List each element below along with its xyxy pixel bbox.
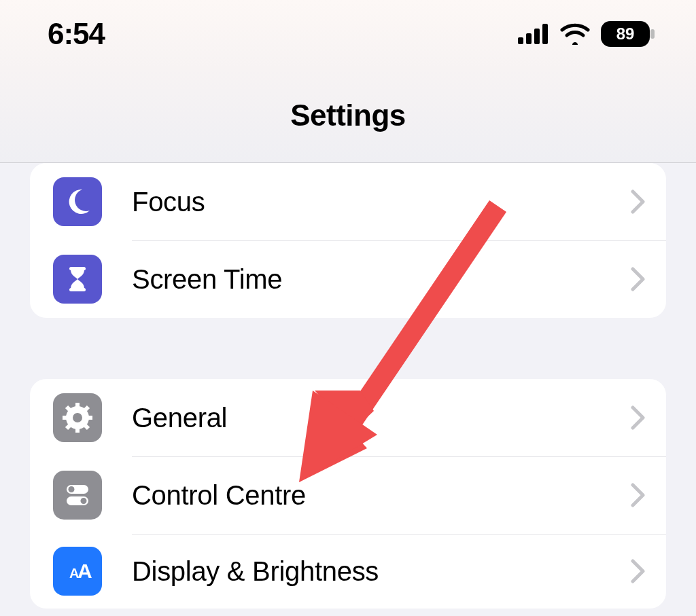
svg-point-10 [73,413,82,422]
chevron-right-icon [631,405,646,430]
settings-row-screen-time[interactable]: Screen Time [30,240,666,318]
cellular-icon [518,24,549,44]
settings-row-label: Display & Brightness [132,556,631,587]
chevron-right-icon [631,267,646,291]
svg-rect-3 [542,24,548,44]
chevron-right-icon [631,559,646,583]
settings-group: Focus Screen Time [30,163,666,318]
settings-list: Focus Screen Time [0,163,696,609]
svg-line-15 [67,407,71,411]
settings-group: General Control Centre A A [30,379,666,609]
svg-text:A: A [77,560,92,582]
settings-row-control-centre[interactable]: Control Centre [30,456,666,534]
settings-row-general[interactable]: General [30,379,666,456]
svg-rect-8 [69,288,86,291]
wifi-icon [560,23,590,45]
page-title: Settings [290,98,406,132]
svg-point-20 [69,486,75,492]
settings-row-label: Focus [132,187,631,217]
status-time: 6:54 [48,17,105,51]
svg-line-17 [84,407,88,411]
settings-row-label: Screen Time [132,264,631,295]
battery-icon: 89 [601,21,655,47]
settings-row-display-brightness[interactable]: A A Display & Brightness [30,534,666,609]
gear-icon [53,393,102,442]
settings-row-label: Control Centre [132,480,631,511]
svg-line-18 [67,424,71,429]
svg-line-16 [84,424,88,429]
svg-rect-0 [518,37,523,44]
svg-point-22 [81,498,87,504]
svg-rect-5 [650,29,655,39]
status-indicators: 89 [518,21,655,47]
toggles-icon [53,471,102,520]
svg-rect-1 [526,33,532,44]
moon-icon [53,177,102,226]
text-size-icon: A A [53,547,102,596]
chevron-right-icon [631,483,646,507]
chevron-right-icon [631,189,646,214]
svg-rect-2 [534,29,540,44]
hourglass-icon [53,255,102,304]
settings-row-focus[interactable]: Focus [30,163,666,240]
status-bar: 6:54 89 [0,0,696,68]
settings-row-label: General [132,403,631,433]
svg-text:89: 89 [616,24,635,43]
svg-rect-7 [69,267,86,270]
page-header: Settings [0,68,696,163]
